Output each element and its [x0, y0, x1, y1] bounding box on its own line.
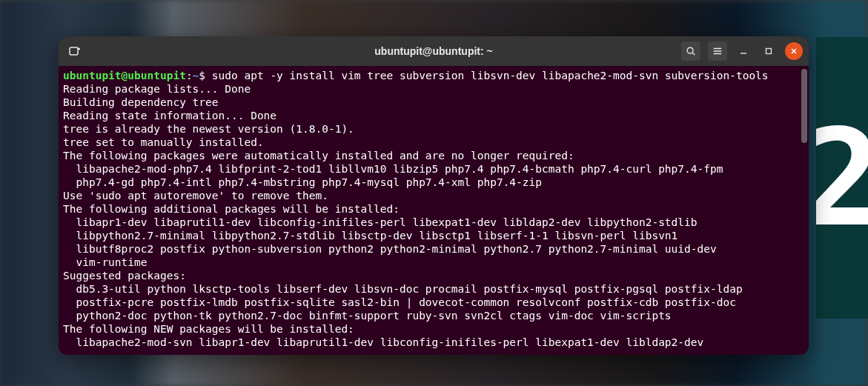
background-sign: 2: [816, 37, 868, 319]
scrollbar-thumb[interactable]: [801, 69, 807, 143]
titlebar: ubuntupit@ubuntupit: ~: [59, 36, 809, 66]
prompt-colon: :: [186, 70, 193, 81]
titlebar-left: [64, 41, 85, 61]
hamburger-icon: [712, 46, 723, 56]
close-icon: [790, 47, 798, 55]
svg-line-2: [692, 53, 695, 55]
svg-rect-0: [70, 47, 78, 55]
terminal-window: ubuntupit@ubuntupit: ~: [59, 36, 809, 355]
search-button[interactable]: [681, 41, 700, 61]
search-icon: [686, 46, 696, 56]
command-text: sudo apt -y install vim tree subversion …: [212, 70, 769, 81]
new-tab-button[interactable]: [64, 41, 85, 61]
maximize-button[interactable]: [760, 42, 778, 60]
maximize-icon: [765, 47, 772, 55]
prompt-user-host: ubuntupit@ubuntupit: [63, 70, 186, 81]
prompt-dollar: $: [199, 70, 205, 81]
svg-point-1: [687, 47, 693, 53]
new-tab-icon: [69, 45, 81, 57]
minimize-button[interactable]: [735, 42, 752, 60]
terminal-body[interactable]: ubuntupit@ubuntupit:~$ sudo apt -y insta…: [59, 66, 809, 355]
minimize-icon: [740, 47, 747, 55]
svg-rect-7: [766, 49, 772, 54]
titlebar-right: [681, 41, 803, 61]
close-button[interactable]: [785, 42, 803, 60]
terminal-output: Reading package lists... Done Building d…: [63, 83, 743, 348]
menu-button[interactable]: [708, 41, 727, 61]
window-title: ubuntupit@ubuntupit: ~: [374, 45, 492, 57]
